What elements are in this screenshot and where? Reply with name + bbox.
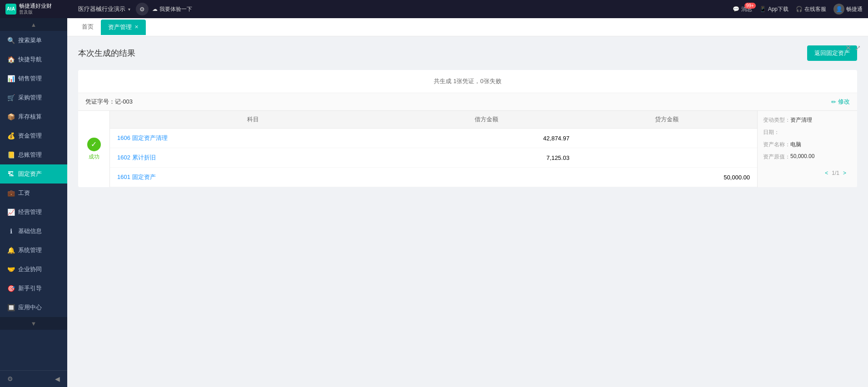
sidebar-item-quick-nav[interactable]: 🏠 快捷导航 — [0, 50, 67, 69]
sidebar-item-finance[interactable]: 💰 资金管理 — [0, 126, 67, 145]
row3-subject: 1601 固定资产 — [110, 168, 396, 187]
sidebar-label-basic-info: 基础信息 — [18, 227, 42, 235]
ledger-icon: 📒 — [7, 151, 15, 159]
edit-label: 修改 — [838, 98, 850, 106]
app-center-icon: 🔲 — [7, 304, 15, 311]
table-row: 1602 累计折旧 7,125.03 — [110, 148, 757, 168]
col-debit: 借方金额 — [396, 111, 576, 129]
sidebar-item-payroll[interactable]: 💼 工资 — [0, 184, 67, 203]
status-text: 成功 — [89, 153, 99, 161]
header-settings-button[interactable]: ⚙ — [136, 3, 149, 15]
tab-asset-label: 资产管理 — [108, 23, 132, 31]
col-credit: 贷方金额 — [577, 111, 757, 129]
user-avatar: 👤 — [833, 4, 844, 15]
sidebar-item-ledger[interactable]: 📒 总账管理 — [0, 145, 67, 164]
original-value-value: 50,000.00 — [790, 153, 814, 161]
date-label: 日期： — [763, 129, 790, 136]
close-panel-button[interactable]: ✕ — [845, 44, 851, 52]
next-page-button[interactable]: > — [843, 170, 846, 176]
main-layout: ▲ 🔍 搜索菜单 🏠 快捷导航 📊 销售管理 🛒 采购管理 📦 库存核算 💰 资… — [0, 18, 868, 387]
sidebar-item-sales[interactable]: 📊 销售管理 — [0, 69, 67, 88]
voucher-table: 科目 借方金额 贷方金额 1606 固定资产清理 42,874.97 — [110, 111, 757, 187]
row2-debit: 7,125.03 — [396, 148, 576, 168]
settings-icon: ⚙ — [139, 6, 145, 13]
sidebar-item-enterprise[interactable]: 🤝 企业协同 — [0, 260, 67, 279]
edit-icon: ✏ — [831, 99, 836, 105]
messages-button[interactable]: 💬 消息 99+ — [733, 5, 752, 13]
purchase-icon: 🛒 — [7, 94, 15, 101]
experience-icon: ☁ — [152, 6, 158, 12]
username-label: 畅捷通 — [846, 5, 863, 13]
sidebar-scroll-up[interactable]: ▲ — [0, 18, 67, 31]
app-download-button[interactable]: 📱 App下载 — [759, 5, 789, 13]
info-asset-name: 资产名称： 电脑 — [763, 141, 852, 149]
app-download-icon: 📱 — [759, 6, 766, 12]
page-info: 1/1 — [832, 170, 839, 176]
info-date: 日期： — [763, 129, 852, 136]
content-area: 首页 资产管理 ✕ 本次生成的结果 返回固定资产 共生成 1张凭证，0张失败 凭… — [67, 18, 868, 387]
sidebar-settings-icon[interactable]: ⚙ — [7, 375, 13, 382]
sidebar-label-guide: 新手引导 — [18, 284, 42, 293]
enterprise-icon: 🤝 — [7, 266, 15, 273]
table-row: 1601 固定资产 50,000.00 — [110, 168, 757, 187]
change-type-value: 资产清理 — [790, 116, 812, 124]
header-right-actions: 💬 消息 99+ 📱 App下载 🎧 在线客服 👤 畅捷通 — [733, 4, 863, 15]
tab-close-icon[interactable]: ✕ — [134, 24, 139, 30]
sales-icon: 📊 — [7, 75, 15, 82]
messages-badge: 99+ — [744, 3, 756, 9]
row1-credit — [577, 129, 757, 148]
sidebar-item-system[interactable]: 🔔 系统管理 — [0, 241, 67, 260]
sidebar-item-search[interactable]: 🔍 搜索菜单 — [0, 31, 67, 50]
company-selector[interactable]: 医疗器械行业演示 ▾ — [73, 5, 136, 13]
sidebar-label-purchase: 采购管理 — [18, 94, 42, 102]
tab-home-label: 首页 — [82, 23, 94, 30]
finance-icon: 💰 — [7, 132, 15, 139]
app-download-label: App下载 — [768, 5, 789, 13]
sidebar-label-quick-nav: 快捷导航 — [18, 55, 42, 64]
basic-info-icon: ℹ — [7, 228, 15, 235]
expand-panel-button[interactable]: ⤢ — [855, 44, 861, 52]
info-original-value: 资产原值： 50,000.00 — [763, 153, 852, 161]
voucher-number: 凭证字号：记-003 — [85, 98, 133, 106]
sidebar-item-basic-info[interactable]: ℹ 基础信息 — [0, 222, 67, 241]
online-service-button[interactable]: 🎧 在线客服 — [796, 5, 826, 13]
tab-home[interactable]: 首页 — [74, 19, 101, 35]
top-header: AtA 畅捷通好业财 普及版 医疗器械行业演示 ▾ ⚙ ☁ 我要体验一下 💬 消… — [0, 0, 868, 18]
sidebar-label-enterprise: 企业协同 — [18, 265, 42, 273]
fixed-assets-icon: 🏗 — [7, 170, 15, 178]
experience-label: 我要体验一下 — [159, 5, 192, 13]
payroll-icon: 💼 — [7, 189, 15, 197]
page-content: 本次生成的结果 返回固定资产 共生成 1张凭证，0张失败 凭证字号：记-003 … — [67, 36, 868, 387]
search-icon: 🔍 — [7, 37, 15, 44]
online-service-icon: 🎧 — [796, 6, 803, 12]
sidebar-item-app-center[interactable]: 🔲 应用中心 — [0, 298, 67, 317]
logo-icon: AtA — [5, 4, 16, 15]
voucher-info-panel: 变动类型： 资产清理 日期： 资产名称： 电脑 资产原值： — [757, 111, 857, 187]
result-summary: 共生成 1张凭证，0张失败 — [78, 70, 857, 93]
sidebar: ▲ 🔍 搜索菜单 🏠 快捷导航 📊 销售管理 🛒 采购管理 📦 库存核算 💰 资… — [0, 18, 67, 387]
sidebar-item-purchase[interactable]: 🛒 采购管理 — [0, 88, 67, 107]
row1-subject: 1606 固定资产清理 — [110, 129, 396, 148]
sidebar-item-inventory[interactable]: 📦 库存核算 — [0, 107, 67, 126]
prev-page-button[interactable]: < — [825, 170, 828, 176]
voucher-table-area: 科目 借方金额 贷方金额 1606 固定资产清理 42,874.97 — [110, 111, 757, 187]
sidebar-item-operations[interactable]: 📈 经营管理 — [0, 203, 67, 222]
edit-button[interactable]: ✏ 修改 — [831, 98, 850, 106]
sidebar-item-guide[interactable]: 🎯 新手引导 — [0, 279, 67, 298]
result-panel: 共生成 1张凭证，0张失败 凭证字号：记-003 ✏ 修改 ✓ — [78, 70, 857, 187]
tab-asset-management[interactable]: 资产管理 ✕ — [101, 20, 146, 35]
row3-credit: 50,000.00 — [577, 168, 757, 187]
app-edition: 普及版 — [19, 9, 52, 15]
sidebar-label-finance: 资金管理 — [18, 132, 42, 140]
asset-name-label: 资产名称： — [763, 141, 790, 149]
experience-button[interactable]: ☁ 我要体验一下 — [152, 5, 192, 13]
voucher-body: ✓ 成功 科目 借方金额 贷方金额 — [78, 111, 857, 187]
sidebar-collapse-icon[interactable]: ◀ — [55, 375, 60, 382]
user-profile-button[interactable]: 👤 畅捷通 — [833, 4, 863, 15]
online-service-label: 在线客服 — [804, 5, 826, 13]
sidebar-label-operations: 经营管理 — [18, 208, 42, 216]
sidebar-scroll-down[interactable]: ▼ — [0, 317, 67, 330]
change-type-label: 变动类型： — [763, 116, 790, 124]
sidebar-item-fixed-assets[interactable]: 🏗 固定资产 — [0, 164, 67, 184]
asset-name-value: 电脑 — [790, 141, 801, 149]
